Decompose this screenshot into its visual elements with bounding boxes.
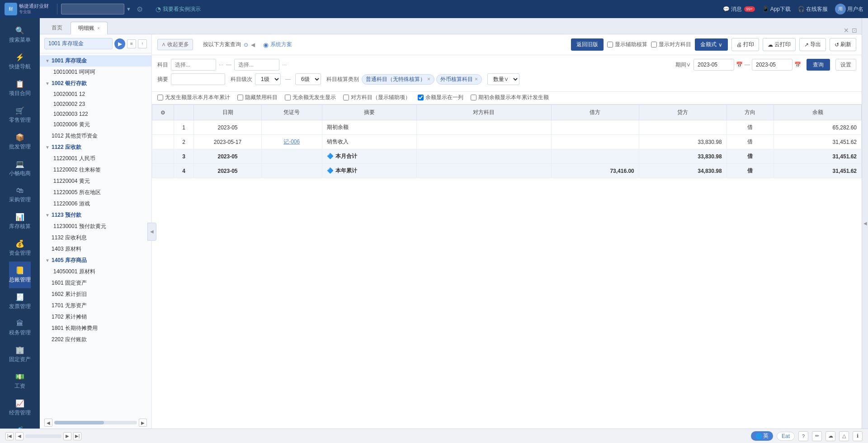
filter-tag-close-icon[interactable]: × (427, 76, 430, 82)
qty-select[interactable]: 数量∨ (487, 73, 519, 85)
eat-btn[interactable]: Eat (777, 432, 795, 441)
sidebar-item-salary[interactable]: 💵工资 (9, 368, 31, 395)
export-btn[interactable]: ↗ 导出 (799, 38, 826, 51)
tree-item-11230001[interactable]: 11230001 预付款黄元 (40, 221, 151, 232)
cloud-print-btn[interactable]: ☁ 云打印 (763, 38, 796, 51)
tree-item-1122[interactable]: ▼1122 应收款 (40, 142, 151, 153)
scroll-left-btn[interactable]: ◀ (44, 419, 52, 427)
balance-one-col-check[interactable]: 余额显示在一列 (418, 94, 463, 101)
filter-settings-icon[interactable]: ⊙ (244, 42, 248, 48)
sidebar-item-tax[interactable]: 🏛税务管理 (9, 315, 31, 341)
summary-input[interactable] (171, 73, 225, 85)
online-service-btn[interactable]: 🎧 在线客服 (798, 5, 828, 13)
user-avatar[interactable]: 用 用户名 (835, 4, 863, 14)
tab-detail[interactable]: 明细账 × (71, 22, 108, 34)
col-voucher[interactable]: 凭证号 (261, 105, 322, 120)
tree-item-1132[interactable]: 1132 应收利息 (40, 232, 151, 243)
filter-collapse-icon[interactable]: ◀ (251, 42, 255, 48)
period-calendar-end-icon[interactable]: 📅 (794, 62, 801, 68)
sidebar-item-ledger[interactable]: 📒总账管理 (9, 262, 31, 288)
initial-check[interactable]: 期初余额显示本年累计发生额 (471, 94, 549, 101)
period-start-input[interactable] (693, 59, 734, 71)
tree-item-1801[interactable]: 1801 长期待摊费用 (40, 323, 151, 334)
account-arrow-btn[interactable]: ▶ (114, 38, 125, 49)
info-icon[interactable]: ℹ (853, 431, 863, 441)
tab-close-icon[interactable]: × (97, 26, 100, 31)
voucher-link[interactable]: 记-006 (283, 138, 300, 145)
tree-item-1601[interactable]: 1601 固定资产 (40, 277, 151, 289)
tree-item-1123[interactable]: ▼1123 预付款 (40, 210, 151, 221)
cloud-sync-icon[interactable]: ☁ (826, 431, 835, 441)
tree-collapse-all-btn[interactable]: ↑ (138, 39, 147, 48)
tree-item-1702[interactable]: 1702 累计摊销 (40, 311, 151, 323)
col-balance[interactable]: 余额 (774, 105, 862, 120)
filter-settings-btn[interactable]: 设置 (835, 59, 856, 71)
sidebar-item-search[interactable]: 🔍搜索菜单 (9, 22, 31, 48)
sidebar-item-ops[interactable]: 📈经营管理 (9, 395, 31, 421)
sidebar-item-ecom[interactable]: 💻小畅电商 (9, 155, 31, 182)
sidebar-item-wholesale[interactable]: 📦批发管理 (9, 129, 31, 155)
col-direction[interactable]: 方向 (726, 105, 774, 120)
scroll-right-btn[interactable]: ▶ (139, 419, 147, 427)
tree-item-1701[interactable]: 1701 无形资产 (40, 300, 151, 311)
back-old-btn[interactable]: 返回旧版 (571, 38, 604, 51)
refresh-btn[interactable]: ↺ 刷新 (830, 38, 856, 51)
sidebar-item-fixed[interactable]: 🏢固定资产 (9, 341, 31, 368)
chart-icon[interactable]: △ (839, 431, 849, 441)
sidebar-item-invoice[interactable]: 🧾发票管理 (9, 288, 31, 315)
app-download-btn[interactable]: 📱 App下载 (762, 5, 791, 13)
close-window-icon[interactable]: ✕ (844, 27, 849, 34)
sidebar-item-retail[interactable]: 🛒零售管理 (9, 102, 31, 129)
tree-item-10020001[interactable]: 10020001 12 (40, 89, 151, 99)
side-expand-btn[interactable]: ◀ (147, 223, 156, 241)
collapse-btn[interactable]: ∧ 收起更多 (157, 39, 193, 50)
opposite-check[interactable]: 对方科目（显示辅助项） (343, 94, 410, 101)
account-selector[interactable]: 1001 库存现金 (44, 38, 113, 49)
tree-item-10020002[interactable]: 10020002 23 (40, 99, 151, 109)
scroll-prev-btn[interactable]: ◀ (15, 432, 24, 440)
tree-item-11220006[interactable]: 11220006 游戏 (40, 198, 151, 210)
tree-item-2202[interactable]: 2202 应付账款 (40, 334, 151, 345)
subject-end-input[interactable] (234, 59, 279, 71)
scroll-to-end-btn[interactable]: ▶| (73, 432, 81, 440)
sidebar-item-nav[interactable]: ⚡快捷导航 (9, 48, 31, 75)
tree-item-11220002[interactable]: 11220002 往来标签 (40, 164, 151, 176)
tree-item-10020003[interactable]: 10020003 122 (40, 109, 151, 119)
col-settings[interactable]: ⚙ (152, 105, 174, 120)
tree-item-1405[interactable]: ▼1405 库存商品 (40, 255, 151, 266)
tree-item-1602[interactable]: 1602 累计折旧 (40, 289, 151, 300)
demo-link[interactable]: 我要看实例演示 (163, 5, 201, 13)
translate-btn[interactable]: 🌐 英 (751, 431, 773, 441)
col-opposite[interactable]: 对方科目 (416, 105, 551, 120)
settings-icon[interactable]: ⚙ (137, 5, 143, 14)
tree-item-14050001[interactable]: 14050001 原材料 (40, 266, 151, 277)
no-occurrence-check[interactable]: 无发生额显示本月本年累计 (157, 94, 230, 101)
print-btn[interactable]: 🖨 打印 (731, 38, 759, 51)
tree-item-1002[interactable]: ▼1002 银行存款 (40, 78, 151, 89)
tree-item-11220001[interactable]: 11220001 人民币 (40, 153, 151, 164)
table-row[interactable]: 3 2023-05 🔷本月合计 33,830.98 借 31,451.62 (152, 149, 862, 164)
question-icon[interactable]: ? (798, 431, 808, 441)
message-btn[interactable]: 💬 消息 99+ (723, 5, 755, 13)
period-end-input[interactable] (752, 59, 793, 71)
col-date[interactable]: 日期 (194, 105, 261, 120)
sidebar-item-purchase[interactable]: 🛍采购管理 (9, 182, 31, 208)
show-aux-checkbox[interactable]: 显示辅助核算 (607, 41, 647, 48)
tree-item-11220004[interactable]: 11220004 黄元 (40, 176, 151, 187)
show-opposite-checkbox[interactable]: 显示对方科目 (651, 41, 691, 48)
tree-expand-all-btn[interactable]: ≡ (127, 39, 136, 48)
period-calendar-start-icon[interactable]: 📅 (736, 62, 743, 68)
scroll-next-btn[interactable]: ▶ (63, 432, 71, 440)
top-search-input[interactable] (61, 4, 124, 14)
sidebar-item-inventory[interactable]: 📊库存核算 (9, 208, 31, 235)
tree-item-10020006[interactable]: 10020006 黄元 (40, 119, 151, 130)
sidebar-item-project[interactable]: 📋项目合同 (9, 75, 31, 102)
col-credit[interactable]: 贷方 (639, 105, 726, 120)
maximize-icon[interactable]: ⊡ (852, 27, 857, 34)
table-row[interactable]: 2 2023-05-17 记-006 销售收入 33,830.98 借 31,4… (152, 135, 862, 149)
sidebar-item-finance[interactable]: 💰资金管理 (9, 235, 31, 262)
sidebar-item-xiaochang[interactable]: 🧳小畅报销 (9, 421, 31, 429)
system-scheme-link[interactable]: ◉ 系统方案 (263, 41, 292, 48)
table-cell-voucher[interactable]: 记-006 (261, 135, 322, 149)
tree-item-1012[interactable]: 1012 其他货币资金 (40, 130, 151, 142)
